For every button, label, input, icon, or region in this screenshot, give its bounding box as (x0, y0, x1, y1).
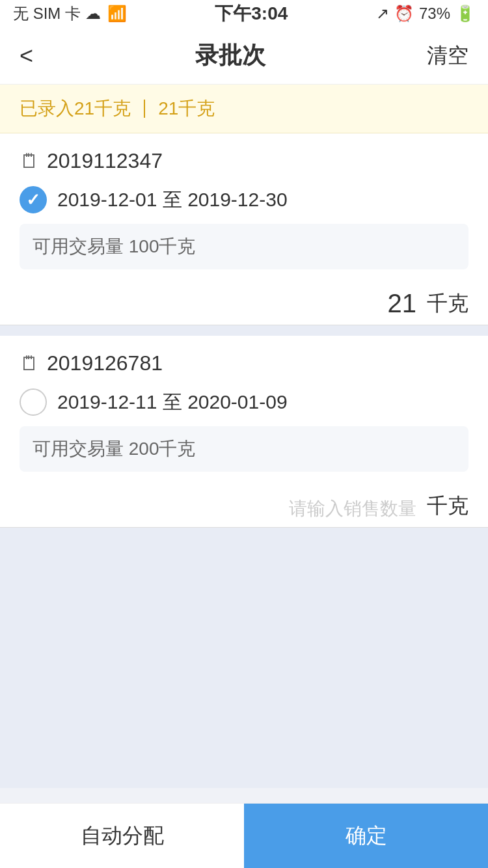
amount-input-1[interactable] (286, 289, 416, 318)
batch-card-1: 🗒 2019112347 2019-12-01 至 2019-12-30 可用交… (0, 133, 488, 325)
batch-date-row-2[interactable]: 2019-12-11 至 2020-01-09 (0, 383, 488, 426)
batch-header-1: 🗒 2019112347 (0, 133, 488, 181)
batch-date-1: 2019-12-01 至 2019-12-30 (57, 187, 288, 213)
location-icon: ↗ (376, 5, 389, 23)
nav-bar: < 录批次 清空 (0, 27, 488, 85)
clear-button[interactable]: 清空 (427, 42, 468, 70)
amount-row-1: 千克 (0, 282, 488, 325)
confirm-button[interactable]: 确定 (244, 804, 488, 868)
batch-icon-1: 🗒 (20, 150, 39, 172)
page-title: 录批次 (195, 40, 265, 72)
battery-text: 73% (419, 5, 450, 23)
recorded-value: 21千克 (158, 96, 215, 121)
batch-date-2: 2019-12-11 至 2020-01-09 (57, 389, 288, 416)
empty-area (0, 528, 488, 788)
status-left: 无 SIM 卡 ☁ 📶 (13, 3, 127, 24)
section-divider (0, 325, 488, 336)
batch-card-2: 🗒 2019126781 2019-12-11 至 2020-01-09 可用交… (0, 336, 488, 528)
radio-button-1[interactable] (20, 186, 47, 213)
wifi-icon: 📶 (107, 5, 127, 23)
info-banner: 已录入21千克 21千克 (0, 85, 488, 133)
amount-input-2[interactable] (286, 491, 416, 521)
batch-available-2: 可用交易量 200千克 (20, 426, 468, 472)
back-button[interactable]: < (20, 42, 33, 70)
recorded-label: 已录入21千克 (20, 96, 131, 121)
batch-date-row-1[interactable]: 2019-12-01 至 2019-12-30 (0, 181, 488, 224)
bottom-bar: 自动分配 确定 (0, 803, 488, 868)
amount-unit-2: 千克 (427, 492, 468, 521)
status-bar: 无 SIM 卡 ☁ 📶 下午3:04 ↗ ⏰ 73% 🔋 (0, 0, 488, 27)
radio-button-2[interactable] (20, 388, 47, 416)
batch-id-2: 2019126781 (47, 351, 163, 375)
auto-distribute-button[interactable]: 自动分配 (0, 804, 244, 868)
battery-icon: 🔋 (455, 5, 475, 23)
alarm-icon: ⏰ (394, 5, 414, 23)
main-content: 🗒 2019112347 2019-12-01 至 2019-12-30 可用交… (0, 133, 488, 860)
banner-divider (144, 100, 145, 118)
batch-header-2: 🗒 2019126781 (0, 336, 488, 383)
amount-unit-1: 千克 (427, 290, 468, 318)
status-right: ↗ ⏰ 73% 🔋 (376, 5, 475, 23)
status-time: 下午3:04 (215, 1, 288, 26)
batch-id-1: 2019112347 (47, 149, 163, 173)
no-sim-text: 无 SIM 卡 ☁ (13, 3, 101, 24)
batch-icon-2: 🗒 (20, 353, 39, 375)
amount-row-2: 千克 (0, 485, 488, 528)
batch-available-1: 可用交易量 100千克 (20, 224, 468, 269)
